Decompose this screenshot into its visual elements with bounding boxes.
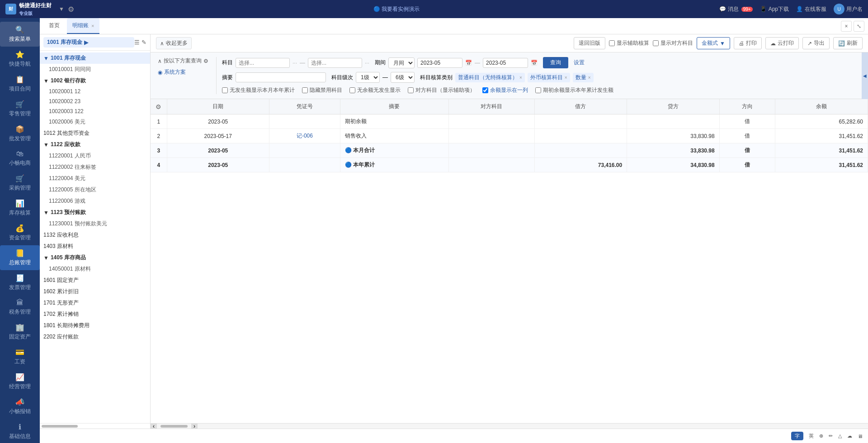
- voucher-link[interactable]: 记-006: [297, 133, 313, 139]
- period-to-input[interactable]: [483, 58, 528, 68]
- statusbar-icon4[interactable]: ☁: [847, 433, 852, 439]
- tree-item-11220002[interactable]: 11220002 往来标签: [40, 162, 150, 173]
- period-to-calendar-icon[interactable]: 📅: [531, 60, 538, 66]
- bottom-scrollbar[interactable]: ‹ ›: [151, 423, 868, 429]
- tab-home[interactable]: 首页: [43, 18, 65, 34]
- statusbar-icon2[interactable]: ✏: [829, 433, 833, 439]
- user-area[interactable]: U 用户名: [834, 4, 863, 14]
- tree-item-1012[interactable]: 1012 其他货币资金: [40, 128, 150, 139]
- lang-btn[interactable]: 英: [809, 433, 814, 439]
- list-view-icon[interactable]: ☰: [134, 39, 140, 46]
- period-type-select[interactable]: 月间: [388, 57, 415, 68]
- demo-link[interactable]: 🔵 我要看实例演示: [373, 5, 420, 13]
- refresh-btn[interactable]: 🔄 刷新: [833, 37, 863, 49]
- tree-item-1002[interactable]: ▼ 1002 银行存款: [40, 75, 150, 86]
- query-panel-collapse-btn[interactable]: ◀: [862, 52, 868, 99]
- tree-item-2202[interactable]: 2202 应付账款: [40, 331, 150, 343]
- tabbar-expand-btn[interactable]: ⤡: [854, 21, 864, 32]
- account-selector[interactable]: 1001 库存现金 ▶: [43, 37, 134, 48]
- tab-close-icon[interactable]: ×: [91, 23, 94, 29]
- tree-item-1123[interactable]: ▼ 1123 预付账款: [40, 207, 150, 218]
- return-old-btn[interactable]: 退回旧版: [574, 37, 605, 49]
- tree-item-1601[interactable]: 1601 固定资产: [40, 275, 150, 286]
- tree-scrollbar[interactable]: [40, 423, 150, 429]
- export-btn[interactable]: ↗ 导出: [802, 37, 830, 49]
- period-calendar-icon[interactable]: 📅: [465, 60, 472, 66]
- tabbar-close-btn[interactable]: ×: [841, 21, 852, 32]
- col-settings-icon[interactable]: ⚙: [156, 103, 161, 110]
- tree-item-10020003[interactable]: 10020003 122: [40, 106, 150, 116]
- settings-circle-icon[interactable]: ⚙: [203, 58, 208, 64]
- window-selector[interactable]: ▼: [59, 6, 64, 12]
- sidebar-item-general-ledger[interactable]: 📒 总账管理: [0, 245, 40, 270]
- col-settings[interactable]: ⚙: [151, 99, 167, 114]
- subject-input[interactable]: [236, 58, 290, 68]
- tab-detail[interactable]: 明细账 ×: [67, 18, 99, 34]
- tree-item-1405[interactable]: ▼ 1405 库存商品: [40, 252, 150, 263]
- tree-item-11220006[interactable]: 11220006 游戏: [40, 195, 150, 207]
- statusbar-icon3[interactable]: △: [838, 433, 842, 439]
- sidebar-item-retail-mgmt[interactable]: 🛒 零售管理: [0, 96, 40, 121]
- online-service-btn[interactable]: 👤 在线客服: [796, 5, 826, 13]
- sidebar-item-xiao-sales[interactable]: 📣 小畅报销: [0, 394, 40, 419]
- show-opposite-checkbox[interactable]: 显示对方科目: [653, 39, 693, 47]
- sidebar-item-quick-nav[interactable]: ⭐ 快捷导航: [0, 47, 40, 71]
- sidebar-item-xiao-ecom[interactable]: 🛍 小畅电商: [0, 146, 40, 171]
- tree-item-10010001[interactable]: 10010001 同同同: [40, 64, 150, 75]
- checkbox-balance-one-col[interactable]: 余额显示在一列: [482, 86, 528, 94]
- period-from-input[interactable]: [417, 58, 462, 68]
- subject-input-to[interactable]: [308, 58, 362, 68]
- tree-item-11220001[interactable]: 11220001 人民币: [40, 150, 150, 162]
- print-btn[interactable]: 🖨 打印: [734, 37, 762, 49]
- summary-input[interactable]: [236, 72, 326, 82]
- scroll-thumb[interactable]: [160, 425, 188, 428]
- tag-quantity[interactable]: 数量 ×: [573, 73, 594, 82]
- settings-icon[interactable]: ⚙: [68, 5, 74, 14]
- cloud-print-btn[interactable]: ☁ 云打印: [765, 37, 799, 49]
- tree-item-1801[interactable]: 1801 长期待摊费用: [40, 320, 150, 331]
- message-btn[interactable]: 💬 消息 99+: [719, 5, 753, 13]
- sidebar-item-fixed-assets[interactable]: 🏢 固定资产: [0, 319, 40, 344]
- sidebar-item-tax-mgmt[interactable]: 🏛 税务管理: [0, 295, 40, 319]
- checkbox-hide-disabled[interactable]: 隐藏禁用科目: [302, 86, 342, 94]
- sidebar-item-invoice-mgmt[interactable]: 🧾 发票管理: [0, 270, 40, 295]
- tag-common-subject[interactable]: 普通科目（无特殊核算） ×: [455, 73, 525, 82]
- sidebar-item-payroll[interactable]: 💳 工资: [0, 344, 40, 369]
- tree-view-icon[interactable]: ✎: [142, 39, 146, 46]
- query-btn[interactable]: 查询: [543, 57, 568, 68]
- checkbox-no-balance-show[interactable]: 无余额无发生显示: [349, 86, 401, 94]
- tree-item-1403[interactable]: 1403 原材料: [40, 241, 150, 252]
- tree-item-1702[interactable]: 1702 累计摊销: [40, 309, 150, 320]
- subject-level-from-select[interactable]: 1级: [356, 72, 380, 83]
- show-helper-checkbox[interactable]: 显示辅助核算: [609, 39, 649, 47]
- tree-item-11220005[interactable]: 11220005 所在地区: [40, 184, 150, 195]
- tag-close-icon2[interactable]: ×: [565, 75, 567, 80]
- tag-close-icon[interactable]: ×: [519, 75, 522, 80]
- checkbox-no-balance[interactable]: 无发生额显示本月本年累计: [222, 86, 295, 94]
- sidebar-item-project-contract[interactable]: 📋 项目合同: [0, 71, 40, 96]
- tree-item-11220004[interactable]: 11220004 美元: [40, 173, 150, 184]
- translate-btn[interactable]: 字: [791, 432, 803, 440]
- tree-item-1132[interactable]: 1132 应收利息: [40, 229, 150, 241]
- sidebar-item-wholesale-mgmt[interactable]: 📦 批发管理: [0, 121, 40, 146]
- tree-item-1701[interactable]: 1701 无形资产: [40, 297, 150, 309]
- scroll-right-btn[interactable]: ›: [191, 424, 198, 429]
- tag-close-icon3[interactable]: ×: [588, 75, 591, 80]
- sidebar-item-inventory[interactable]: 📊 库存核算: [0, 195, 40, 220]
- tree-item-1602[interactable]: 1602 累计折旧: [40, 286, 150, 297]
- amount-format-btn[interactable]: 金额式 ▼: [697, 37, 730, 49]
- tree-item-10020006[interactable]: 10020006 美元: [40, 116, 150, 128]
- sidebar-item-basic-info[interactable]: ℹ 基础信息: [0, 419, 40, 443]
- sidebar-item-purchase-mgmt[interactable]: 🛒 采购管理: [0, 171, 40, 195]
- scroll-left-btn[interactable]: ‹: [151, 424, 157, 429]
- tree-item-14050001[interactable]: 14050001 原材料: [40, 263, 150, 275]
- tree-item-10020002[interactable]: 10020002 23: [40, 96, 150, 106]
- checkbox-period-balance[interactable]: 期初余额显示本年累计发生额: [535, 86, 613, 94]
- statusbar-icon1[interactable]: ⊕: [819, 433, 823, 439]
- sidebar-item-fund-mgmt[interactable]: 💰 资金管理: [0, 220, 40, 245]
- expand-more-btn[interactable]: ∧ 收起更多: [156, 37, 192, 49]
- statusbar-icon5[interactable]: 🖥: [858, 433, 863, 439]
- tree-item-1001[interactable]: ▼ 1001 库存现金: [40, 52, 150, 64]
- tag-foreign-currency[interactable]: 外币核算科目 ×: [528, 73, 570, 82]
- checkbox-opposite-show[interactable]: 对方科目（显示辅助项）: [408, 86, 475, 94]
